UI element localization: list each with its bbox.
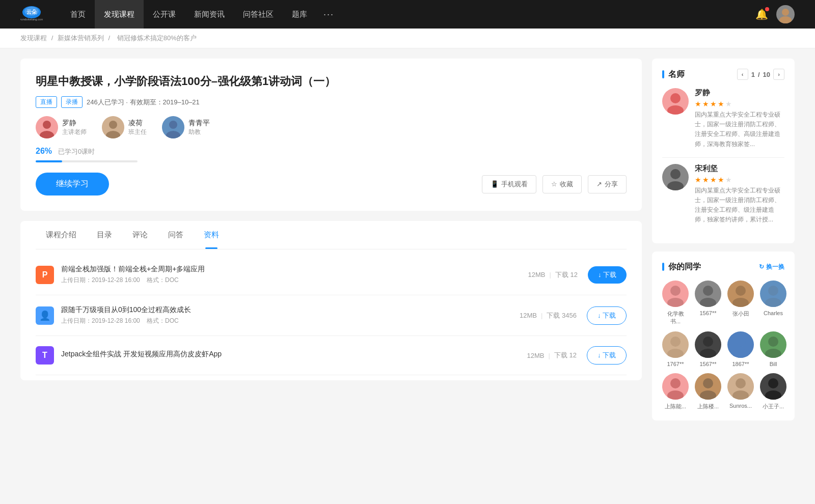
progress-bar-bg: [36, 160, 138, 162]
classmate-6: 1867**: [727, 331, 754, 367]
refresh-classmates-btn[interactable]: ↻ 换一换: [759, 263, 784, 271]
resource-size-1: 12MB: [520, 312, 537, 319]
svg-point-38: [768, 378, 778, 388]
classmate-1-name: 1567**: [699, 310, 716, 316]
classmate-3: Charles: [760, 281, 786, 325]
tab-resources[interactable]: 资料: [194, 221, 229, 249]
svg-point-32: [670, 378, 681, 388]
svg-point-9: [106, 131, 120, 138]
classmate-6-avatar[interactable]: [727, 331, 754, 358]
breadcrumb-discover[interactable]: 发现课程: [20, 34, 47, 42]
tab-qa[interactable]: 问答: [158, 221, 194, 249]
download-button-0[interactable]: ↓ 下载: [588, 266, 627, 284]
svg-point-8: [109, 121, 117, 129]
classmate-2: 张小田: [727, 281, 754, 325]
svg-point-33: [667, 390, 684, 400]
classmate-11-avatar[interactable]: [760, 373, 786, 400]
resource-icon-2: T: [36, 346, 54, 365]
mobile-label: 手机观看: [501, 180, 528, 189]
classmate-4-name: 1767**: [667, 361, 684, 367]
nav-news[interactable]: 新闻资讯: [185, 0, 234, 29]
svg-point-14: [670, 169, 681, 179]
resource-meta-1: 上传日期：2019-12-28 16:00 格式：DOC: [61, 317, 509, 325]
prev-page-btn[interactable]: ‹: [737, 69, 748, 80]
classmate-6-name: 1867**: [732, 361, 749, 367]
next-page-btn[interactable]: ›: [773, 69, 784, 80]
logo[interactable]: 云朵 yundoketang.com: [20, 5, 46, 23]
svg-point-6: [43, 121, 51, 129]
resource-downloads-2: 下载 12: [554, 351, 577, 360]
user-avatar-nav[interactable]: [776, 5, 795, 23]
resource-icon-0: P: [36, 266, 54, 284]
svg-point-37: [732, 390, 749, 400]
sidebar-teacher-1-desc: 国内某重点大学安全工程专业硕士，国家一级注册消防工程师、注册安全工程师、级注册建…: [695, 186, 784, 225]
classmate-4-avatar[interactable]: [662, 331, 689, 358]
progress-percent: 26%: [36, 147, 52, 155]
tab-intro[interactable]: 课程介绍: [36, 221, 87, 249]
classmate-11: 小王子...: [760, 373, 786, 410]
classmate-9-avatar[interactable]: [695, 373, 721, 400]
classmate-5-avatar[interactable]: [695, 331, 721, 358]
svg-point-26: [703, 337, 713, 347]
mobile-watch-button[interactable]: 📱 手机观看: [482, 175, 536, 193]
tab-review[interactable]: 评论: [122, 221, 158, 249]
nav-discover[interactable]: 发现课程: [95, 0, 144, 29]
download-button-2[interactable]: ↓ 下载: [587, 346, 627, 365]
nav-exam[interactable]: 题库: [283, 0, 316, 29]
classmate-2-avatar[interactable]: [727, 281, 754, 307]
left-content: 明星中教授课，小学阶段语法100分–强化级第1讲动词（一） 直播 录播 246人…: [20, 59, 642, 429]
sidebar-classmates-card: 你的同学 ↻ 换一换 化学教书... 156: [652, 251, 795, 421]
classmate-7-avatar[interactable]: [760, 331, 786, 358]
sidebar-teacher-1-info: 宋利坚 ★ ★ ★ ★ ★ 国内某重点大学安全工程专业硕士，国家一级注册消防工程…: [695, 164, 784, 225]
svg-text:云朵: 云朵: [26, 9, 37, 15]
classmate-8-avatar[interactable]: [662, 373, 689, 400]
classmate-3-avatar[interactable]: [760, 281, 786, 307]
classmate-10-avatar[interactable]: [727, 373, 754, 400]
resource-icon-1: 👤: [36, 306, 54, 325]
classmate-7-name: Bill: [770, 361, 777, 367]
svg-text:yundoketang.com: yundoketang.com: [20, 18, 43, 21]
classmate-0-name: 化学教书...: [662, 310, 689, 325]
collect-button[interactable]: ☆ 收藏: [542, 175, 582, 193]
nav-qa[interactable]: 问答社区: [234, 0, 283, 29]
resource-format-1: 格式：DOC: [147, 317, 179, 324]
classmate-1-avatar[interactable]: [695, 281, 721, 307]
download-button-1[interactable]: ↓ 下载: [587, 306, 627, 325]
nav-home[interactable]: 首页: [61, 0, 95, 29]
svg-point-18: [703, 286, 713, 296]
classmate-11-name: 小王子...: [763, 403, 784, 410]
nav-open[interactable]: 公开课: [144, 0, 185, 29]
breadcrumb-series[interactable]: 新媒体营销系列: [58, 34, 104, 42]
collect-label: 收藏: [560, 180, 573, 189]
tabs-nav: 课程介绍 目录 评论 问答 资料: [36, 221, 627, 249]
svg-point-30: [768, 337, 778, 347]
tab-catalog[interactable]: 目录: [87, 221, 122, 249]
svg-point-20: [736, 286, 746, 296]
mobile-icon: 📱: [491, 180, 499, 188]
notification-dot: [765, 7, 769, 11]
notification-bell[interactable]: 🔔: [755, 8, 768, 20]
nav-links: 首页 发现课程 公开课 新闻资讯 问答社区 题库 ···: [61, 0, 755, 29]
svg-point-28: [736, 337, 746, 347]
resource-info-2: Jetpack全组件实战 开发短视频应用高仿皮皮虾App: [61, 350, 517, 361]
refresh-label: 换一换: [766, 263, 784, 271]
continue-button[interactable]: 继续学习: [36, 173, 109, 195]
total-pages: 10: [763, 71, 770, 78]
classmate-9-name: 上陈楼...: [697, 403, 719, 410]
sidebar-teacher-0-avatar: [662, 88, 689, 115]
share-button[interactable]: ↗ 分享: [588, 175, 627, 193]
classmate-0-avatar[interactable]: [662, 281, 689, 307]
sidebar-teachers-title: 名师: [668, 69, 685, 80]
resource-item-0: P 前端全栈加强版！前端全栈+全周期+多端应用 上传日期：2019-12-28 …: [36, 255, 627, 295]
teacher-2-info: 青青平 助教: [188, 119, 210, 136]
svg-point-15: [667, 181, 684, 190]
resource-downloads-0: 下载 12: [555, 270, 578, 279]
svg-point-24: [670, 337, 681, 347]
teacher-1-info: 凌荷 班主任: [128, 119, 147, 136]
resource-title-1: 跟随千万级项目从0到100全过程高效成长: [61, 305, 509, 315]
sidebar-teacher-0-info: 罗静 ★ ★ ★ ★ ★ 国内某重点大学安全工程专业硕士，国家一级注册消防工程师…: [695, 88, 784, 149]
svg-point-11: [166, 131, 180, 138]
classmate-5-name: 1567**: [699, 361, 716, 367]
progress-section: 26% 已学习0课时: [36, 147, 627, 162]
nav-more[interactable]: ···: [316, 0, 341, 29]
